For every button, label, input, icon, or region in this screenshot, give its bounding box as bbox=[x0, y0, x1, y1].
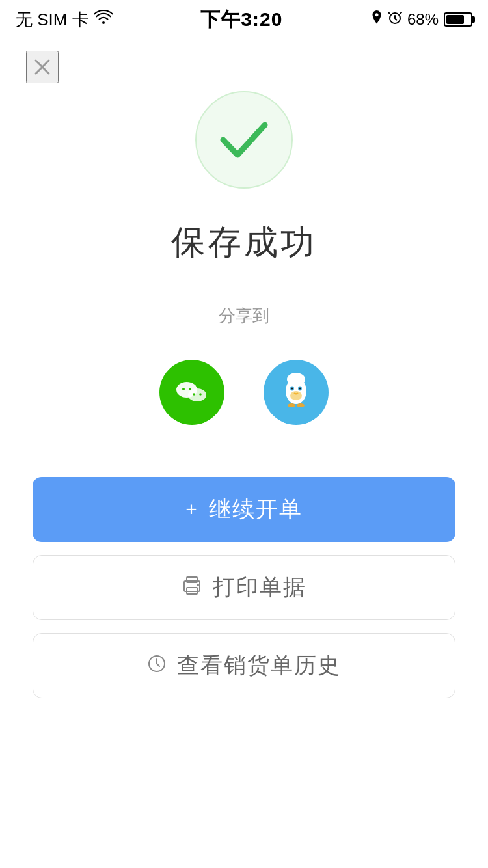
share-divider: 分享到 bbox=[33, 305, 455, 327]
close-button[interactable] bbox=[26, 51, 59, 83]
svg-point-6 bbox=[189, 388, 191, 390]
action-buttons: + 继续开单 打印单据 查看销货单历史 bbox=[33, 477, 455, 698]
qq-share-button[interactable] bbox=[264, 360, 329, 425]
print-icon bbox=[182, 576, 202, 600]
svg-point-8 bbox=[199, 393, 202, 396]
svg-point-14 bbox=[290, 391, 302, 400]
svg-point-5 bbox=[182, 388, 185, 390]
print-label: 打印单据 bbox=[213, 573, 306, 603]
continue-order-button[interactable]: + 继续开单 bbox=[33, 477, 455, 542]
svg-point-12 bbox=[291, 388, 293, 390]
divider-line-right bbox=[282, 316, 455, 316]
svg-point-16 bbox=[288, 403, 295, 407]
sim-status: 无 SIM 卡 bbox=[16, 8, 89, 31]
share-icons-row bbox=[159, 360, 329, 425]
location-icon bbox=[371, 10, 383, 29]
plus-icon: + bbox=[185, 498, 198, 521]
status-time: 下午3:20 bbox=[200, 7, 282, 33]
status-bar: 无 SIM 卡 下午3:20 68% bbox=[0, 0, 488, 39]
print-button[interactable]: 打印单据 bbox=[33, 555, 455, 620]
svg-point-7 bbox=[193, 393, 195, 396]
continue-order-label: 继续开单 bbox=[209, 495, 303, 524]
main-content: 保存成功 分享到 bbox=[0, 39, 488, 698]
svg-point-17 bbox=[297, 403, 305, 407]
share-label: 分享到 bbox=[219, 305, 269, 327]
battery-percentage: 68% bbox=[407, 10, 439, 29]
history-label: 查看销货单历史 bbox=[177, 651, 341, 681]
svg-point-15 bbox=[287, 373, 305, 386]
svg-point-21 bbox=[197, 584, 199, 586]
svg-point-13 bbox=[299, 388, 301, 390]
wechat-share-button[interactable] bbox=[159, 360, 224, 425]
history-icon bbox=[147, 654, 167, 678]
svg-point-4 bbox=[188, 388, 206, 401]
battery-icon bbox=[444, 12, 472, 27]
success-icon-circle bbox=[195, 91, 293, 189]
status-left: 无 SIM 卡 bbox=[16, 8, 113, 31]
status-right: 68% bbox=[371, 10, 472, 29]
alarm-icon bbox=[388, 10, 402, 29]
divider-line-left bbox=[33, 316, 206, 316]
success-title: 保存成功 bbox=[171, 220, 317, 265]
history-button[interactable]: 查看销货单历史 bbox=[33, 633, 455, 698]
wifi-icon bbox=[94, 10, 113, 29]
